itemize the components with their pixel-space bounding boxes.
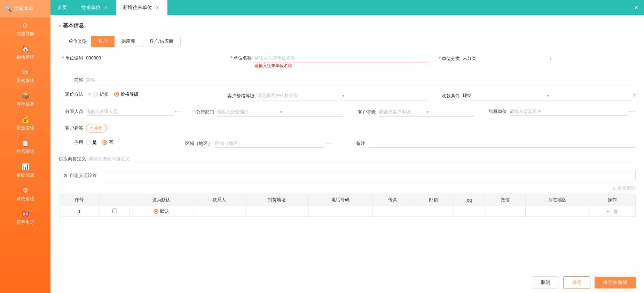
col-email: 邮箱 [413,194,454,206]
yes-label: 是 [92,139,97,146]
batch-delete-row: 🗑 批量删除 [59,185,636,192]
add-tag-btn[interactable]: + 标签 [86,124,107,132]
supplier-custom-input[interactable] [89,155,636,163]
field-remark: 备注 [341,139,636,148]
customer-level-select[interactable]: 请选择客户等级 ▾ [379,107,474,117]
unit-btn-both[interactable]: 客户/供应商 [142,36,181,47]
department-select[interactable]: 请输入分管部门 ▾ [217,107,343,117]
row-email [413,206,454,217]
sidebar-item-label: 库存核算 [16,101,34,107]
col-qq: qq [454,194,485,206]
pricing-radio-discount[interactable]: 折扣 [93,91,109,97]
default-radio-dot [155,210,157,212]
main-area: 首页 往来单位 ✕ 新增往来单位 ✕ ✕ ▪ 基本信息 单位类型 客户 供应商 … [50,0,644,293]
row-default: 默认 [129,206,193,217]
col-index: 序号 [59,194,100,206]
save-new-button[interactable]: 保存并新增 [595,277,636,288]
sidebar-item-finance[interactable]: 💰 资金管理 [0,112,50,135]
region-input[interactable] [215,139,324,148]
custom-settings-btn[interactable]: ⚙ 自定义项设置 [59,170,636,181]
sidebar-item-label: 搜索菜单 [14,6,33,12]
payment-terms-value: 现结 [463,92,547,99]
department-label: 分管部门 [190,109,214,115]
add-tag-label: + 标签 [91,125,102,131]
region-more[interactable]: ··· [326,140,332,147]
settlement-unit-more[interactable]: ··· [629,108,636,115]
sidebar-item-system[interactable]: ⚙ 系统管理 [0,182,50,206]
payment-terms-select[interactable]: 现结 ▾ [463,91,631,100]
cancel-button[interactable]: 取消 [532,276,559,289]
sidebar-item-purchase[interactable]: 🛍 采购管理 [0,65,50,88]
form-row-4: 分管人员 ··· 分管部门 请输入分管部门 ▾ 客户等级 请选择客户等级 ▾ [59,107,636,117]
department-placeholder: 请输入分管部门 [217,109,280,115]
delete-row-btn[interactable]: 🗑 [613,209,618,214]
tab-new-counterpart-close[interactable]: ✕ [154,5,160,11]
system-icon: ⚙ [23,187,28,194]
row-checkbox[interactable] [100,206,129,217]
manager-input[interactable] [86,107,173,116]
discount-label: 折扣 [100,91,109,97]
customer-price-level-label: 客户价格等级 [227,93,254,99]
row-contact [193,206,245,217]
unit-category-select[interactable]: 未分类 ▾ [463,54,636,63]
payment-terms-help[interactable]: ? [633,93,636,98]
yes-radio-circle [86,140,91,145]
row-check[interactable] [112,209,117,213]
sidebar-item-quick-nav[interactable]: ⊙ 快捷导航 [0,17,50,41]
form-row-2: 简称 [59,76,636,84]
contact-table: 序号 设为默认 联系人 到货地址 电话号码 传真 邮箱 qq 微信 所在地区 操… [59,194,636,217]
row-default-radio[interactable]: 默认 [133,208,189,214]
sidebar-item-guide[interactable]: 🎯 新手引导 [0,206,50,230]
gear-icon: ⚙ [63,173,68,178]
field-unit-name: 单位名称 [227,54,427,62]
disabled-label: 停用 [59,139,83,146]
col-wechat: 微信 [485,194,526,206]
tab-home[interactable]: 首页 [50,0,74,15]
unit-code-input[interactable] [86,54,219,62]
form-row-3: 定价方法 ? 折扣 价格等级 客户价格等级 [59,91,636,100]
unit-btn-supplier[interactable]: 供应商 [115,36,142,47]
field-short-name: 简称 [59,76,636,84]
sidebar-item-inventory[interactable]: 📦 库存核算 [0,88,50,112]
add-row-btn[interactable]: + [607,209,610,214]
tab-counterpart[interactable]: 往来单位 ✕ [74,0,116,15]
sidebar-item-label: 经营管理 [16,148,34,155]
sidebar-item-label: 采购管理 [16,78,34,84]
col-checkbox [100,194,129,206]
inventory-icon: 📦 [22,92,29,100]
col-operation: 操作 [589,194,635,206]
pricing-radio-level[interactable]: 价格等级 [114,91,139,97]
disabled-radio-yes[interactable]: 是 [86,139,97,146]
remark-input[interactable] [368,139,636,148]
department-arrow: ▾ [280,109,343,115]
unit-name-input[interactable] [254,54,427,62]
sidebar-item-search[interactable]: 🔍 搜索菜单 [0,0,50,17]
field-unit-category: 单位分类 未分类 ▾ [435,54,636,63]
field-manager: 分管人员 ··· [59,107,181,116]
customer-price-level-select[interactable]: 请选择客户价格等级 ▾ [257,91,427,100]
tab-counterpart-close[interactable]: ✕ [103,5,109,11]
discount-radio-circle [93,92,98,97]
manager-more[interactable]: ··· [175,108,181,115]
batch-delete-label[interactable]: 批量删除 [618,185,636,192]
form-row-1: 单位编码 单位名称 请输入往来单位名称 单位分类 未分类 ▾ [59,54,636,69]
short-name-input[interactable] [86,76,636,84]
disabled-radio-no[interactable]: 否 [102,139,113,146]
no-radio-dot [104,141,106,144]
row-address [245,206,308,217]
sidebar-item-operations[interactable]: 📋 经营管理 [0,135,50,159]
custom-settings-label: 自定义项设置 [70,172,97,179]
tab-bar-close-all[interactable]: ✕ [628,5,644,11]
sidebar-item-basic-info[interactable]: 📊 基础信息 [0,159,50,182]
tab-bar: 首页 往来单位 ✕ 新增往来单位 ✕ ✕ [50,0,644,15]
row-operation[interactable]: + 🗑 [589,206,635,217]
pricing-method-help[interactable]: ? [88,92,91,97]
unit-type-label: 单位类型 [59,38,87,44]
sidebar-item-sales[interactable]: 🏠 销售管理 [0,41,50,65]
tab-new-counterpart[interactable]: 新增往来单位 ✕ [116,0,167,15]
unit-btn-customer[interactable]: 客户 [91,36,115,47]
level-radio-dot [116,93,118,95]
save-button[interactable]: 保存 [563,276,590,289]
settlement-unit-input[interactable] [510,107,628,116]
unit-category-label: 单位分类 [435,56,460,62]
